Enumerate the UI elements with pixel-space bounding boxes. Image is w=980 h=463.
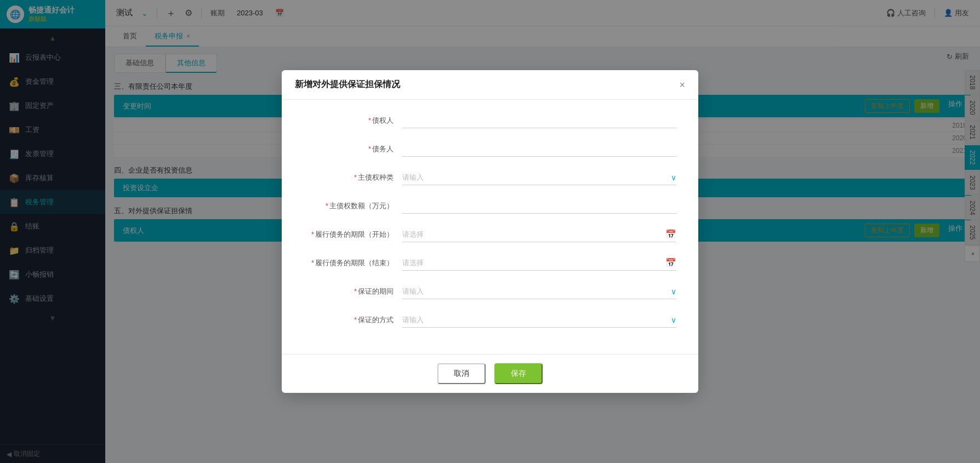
modal-header: 新增对外提供保证担保情况 × <box>282 70 698 100</box>
modal-overlay: 新增对外提供保证担保情况 × *债权人 *债务人 *主债 <box>0 0 980 463</box>
modal-body: *债权人 *债务人 *主债权种类 ∨ <box>282 100 698 354</box>
claim-type-required-mark: * <box>354 173 357 181</box>
period-start-required-mark: * <box>311 230 314 238</box>
guarantee-method-input[interactable] <box>402 312 666 327</box>
period-start-calendar-icon[interactable]: 📅 <box>665 229 676 239</box>
claim-amount-input[interactable] <box>402 198 676 214</box>
save-button[interactable]: 保存 <box>494 363 543 384</box>
guarantee-period-chevron-icon[interactable]: ∨ <box>671 287 676 296</box>
claim-type-chevron-icon[interactable]: ∨ <box>671 173 676 182</box>
modal: 新增对外提供保证担保情况 × *债权人 *债务人 *主债 <box>282 70 698 393</box>
debtor-label: *债务人 <box>304 144 402 154</box>
form-row-period-start: *履行债务的期限（开始） 📅 <box>304 227 676 242</box>
period-start-input[interactable] <box>402 227 661 242</box>
debtor-required-mark: * <box>368 145 371 153</box>
period-end-required-mark: * <box>311 259 314 267</box>
form-row-guarantee-method: *保证的方式 ∨ <box>304 312 676 328</box>
form-row-creditor: *债权人 <box>304 113 676 128</box>
guarantee-period-input[interactable] <box>402 284 666 299</box>
period-start-label: *履行债务的期限（开始） <box>304 230 402 239</box>
creditor-label: *债权人 <box>304 116 402 125</box>
form-row-claim-amount: *主债权数额（万元） <box>304 198 676 214</box>
cancel-button[interactable]: 取消 <box>437 363 486 384</box>
period-end-label: *履行债务的期限（结束） <box>304 258 402 268</box>
claim-type-label: *主债权种类 <box>304 173 402 182</box>
guarantee-period-label: *保证的期间 <box>304 287 402 296</box>
period-start-wrap: 📅 <box>402 227 676 242</box>
modal-footer: 取消 保存 <box>282 354 698 393</box>
claim-amount-required-mark: * <box>326 202 328 210</box>
period-end-calendar-icon[interactable]: 📅 <box>665 258 676 268</box>
form-row-guarantee-period: *保证的期间 ∨ <box>304 284 676 299</box>
period-end-input[interactable] <box>402 255 661 270</box>
modal-title: 新增对外提供保证担保情况 <box>295 79 400 90</box>
guarantee-method-wrap: ∨ <box>402 312 676 328</box>
period-end-wrap: 📅 <box>402 255 676 271</box>
guarantee-period-wrap: ∨ <box>402 284 676 299</box>
guarantee-method-required-mark: * <box>354 316 357 324</box>
form-row-period-end: *履行债务的期限（结束） 📅 <box>304 255 676 271</box>
guarantee-method-chevron-icon[interactable]: ∨ <box>671 316 676 324</box>
creditor-required-mark: * <box>368 116 371 124</box>
creditor-input[interactable] <box>402 113 676 128</box>
claim-type-select-wrap: ∨ <box>402 170 676 185</box>
guarantee-period-required-mark: * <box>354 287 357 295</box>
modal-close-icon[interactable]: × <box>679 80 685 90</box>
form-row-claim-type: *主债权种类 ∨ <box>304 170 676 185</box>
form-row-debtor: *债务人 <box>304 141 676 157</box>
guarantee-method-label: *保证的方式 <box>304 315 402 325</box>
claim-amount-label: *主债权数额（万元） <box>304 201 402 211</box>
debtor-input[interactable] <box>402 141 676 157</box>
claim-type-input[interactable] <box>402 170 666 185</box>
